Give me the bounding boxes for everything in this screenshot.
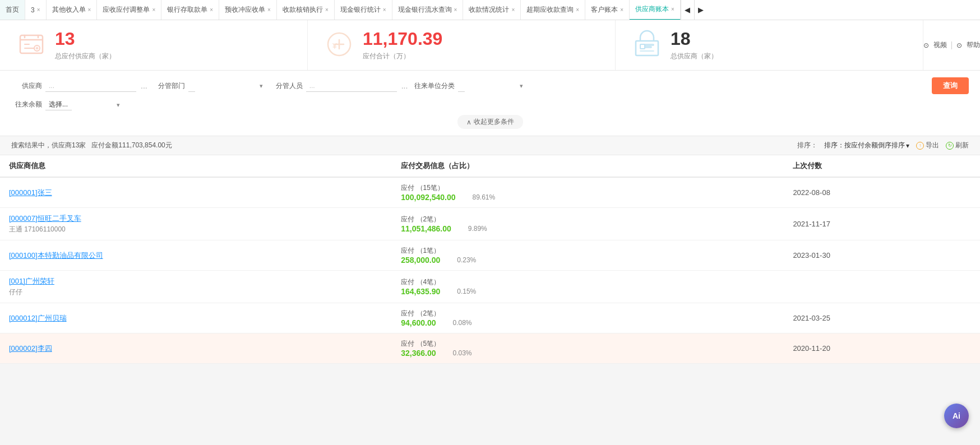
supplier-link-0[interactable]: [000001]张三 — [9, 188, 52, 197]
svg-rect-4 — [636, 41, 658, 55]
nav-close-other-income[interactable]: × — [88, 7, 91, 13]
transaction-cell-4: 应付 （2笔）94,600.000.08% — [392, 303, 784, 333]
nav-cash-bank-stat[interactable]: 现金银行统计 × — [335, 0, 392, 20]
amount-value-0: 100,092,540.00 — [401, 193, 455, 202]
balance-select[interactable]: 选择... — [45, 99, 72, 110]
supplier-link-3[interactable]: [001]广州荣轩 — [9, 277, 54, 285]
tx-label-4: 应付 （2笔） — [401, 309, 440, 317]
nav-overdue-ar[interactable]: 超期应收款查询 × — [521, 0, 585, 20]
transaction-cell-1: 应付 （2笔）11,051,486.009.89% — [392, 208, 784, 240]
nav-collection-stat[interactable]: 收款情况统计 × — [463, 0, 521, 20]
nav-right-arrow[interactable]: ▶ — [694, 0, 708, 20]
amount-value-4: 94,600.00 — [401, 318, 436, 327]
amount-row-4: 94,600.000.08% — [401, 318, 775, 327]
supplier-more-btn[interactable]: ... — [140, 81, 149, 90]
nav-prepayment[interactable]: 预收冲应收单 × — [219, 0, 277, 20]
sort-button[interactable]: 排序：按应付余额倒序排序 ▾ — [824, 141, 909, 150]
table-row: [000012]广州贝瑞应付 （2笔）94,600.000.08%2021-03… — [0, 303, 980, 333]
nav-close-customer-ledger[interactable]: × — [620, 7, 623, 13]
nav-collection-exec[interactable]: 收款核销执行 × — [277, 0, 335, 20]
last-date-cell-4: 2021-03-25 — [784, 303, 980, 333]
collapse-up-icon: ∧ — [466, 118, 471, 126]
payable-suppliers-icon — [17, 30, 46, 61]
amount-value-2: 258,000.00 — [401, 256, 440, 265]
person-input[interactable] — [306, 80, 397, 92]
tx-label-0: 应付 （15笔） — [401, 184, 444, 192]
unit-select[interactable] — [458, 80, 465, 92]
payable-total-label: 应付合计（万） — [363, 52, 442, 61]
filter-supplier-label: 供应商 — [11, 81, 42, 91]
dept-select[interactable] — [188, 80, 195, 92]
nav-other-income[interactable]: 其他收入单 × — [47, 0, 98, 20]
filter-balance-label: 往来余额 — [11, 100, 42, 109]
summary-card-total-suppliers: 18 总供应商（家） — [616, 20, 923, 70]
query-button[interactable]: 查询 — [932, 77, 969, 94]
nav-close-overdue-ar[interactable]: × — [576, 7, 579, 13]
nav-ar-ap-adjust[interactable]: 应收应付调整单 × — [97, 0, 161, 20]
tx-label-1: 应付 （2笔） — [401, 215, 440, 223]
supplier-input[interactable] — [45, 80, 136, 92]
refresh-btn[interactable]: ↻ 刷新 — [946, 141, 969, 150]
summary-info-suppliers: 18 总供应商（家） — [671, 29, 718, 61]
export-btn[interactable]: ↑ 导出 — [916, 141, 939, 150]
data-table-wrap: 供应商信息 应付交易信息（占比） 上次付数 [000001]张三应付 （15笔）… — [0, 155, 980, 364]
table-row: [000100]本特勤油品有限公司应付 （1笔）258,000.000.23%2… — [0, 240, 980, 271]
sort-label: 排序： — [797, 141, 817, 150]
supplier-cell-3: [001]广州荣轩仔仔 — [0, 271, 392, 303]
nav-close-bank-withdrawal[interactable]: × — [210, 7, 213, 13]
svg-text:¥: ¥ — [332, 41, 337, 50]
tx-label-3: 应付 （4笔） — [401, 278, 440, 286]
unit-select-wrap — [458, 80, 526, 92]
nav-tab-3[interactable]: 3 × — [25, 0, 47, 20]
nav-close-3[interactable]: × — [37, 7, 40, 13]
nav-close-cash-bank-stat[interactable]: × — [383, 7, 386, 13]
percent-value-1: 9.89% — [468, 225, 487, 233]
supplier-link-5[interactable]: [000002]李四 — [9, 344, 52, 353]
filter-person-label: 分管人员 — [272, 81, 303, 91]
amount-value-3: 164,635.90 — [401, 287, 440, 296]
last-date-cell-3 — [784, 271, 980, 303]
percent-value-2: 0.23% — [457, 256, 476, 264]
amount-row-5: 32,366.000.03% — [401, 349, 775, 358]
supplier-link-4[interactable]: [000012]广州贝瑞 — [9, 314, 67, 322]
nav-supplier-ledger[interactable]: 供应商账本 × — [630, 0, 681, 20]
supplier-cell-2: [000100]本特勤油品有限公司 — [0, 240, 392, 271]
result-prefix: 搜索结果中，供应商13家 — [11, 141, 86, 150]
col-header-transaction: 应付交易信息（占比） — [392, 155, 784, 177]
nav-close-prepayment[interactable]: × — [267, 7, 271, 13]
filter-unit-label: 往来单位分类 — [414, 81, 455, 91]
nav-customer-ledger[interactable]: 客户账本 × — [585, 0, 630, 20]
nav-close-ar-ap-adjust[interactable]: × — [152, 7, 155, 13]
supplier-link-1[interactable]: [000007]恒旺二手叉车 — [9, 214, 81, 222]
summary-card-payable-suppliers: 13 总应付供应商（家） — [0, 20, 308, 70]
nav-cash-flow-query[interactable]: 现金银行流水查询 × — [392, 0, 464, 20]
amount-row-2: 258,000.000.23% — [401, 256, 775, 265]
amount-row-1: 11,051,486.009.89% — [401, 224, 775, 233]
nav-close-collection-stat[interactable]: × — [511, 7, 515, 13]
amount-row-3: 164,635.900.15% — [401, 287, 775, 296]
collapse-btn[interactable]: ∧ 收起更多条件 — [457, 115, 523, 129]
supplier-cell-4: [000012]广州贝瑞 — [0, 303, 392, 333]
amount-row-0: 100,092,540.0089.61% — [401, 193, 775, 202]
supplier-link-2[interactable]: [000100]本特勤油品有限公司 — [9, 251, 103, 259]
nav-home[interactable]: 首页 — [0, 0, 25, 20]
nav-left-arrow[interactable]: ◀ — [681, 0, 694, 20]
amount-value-1: 11,051,486.00 — [401, 224, 451, 233]
nav-close-collection-exec[interactable]: × — [325, 7, 329, 13]
help-link[interactable]: 帮助 — [967, 40, 980, 50]
table-row: [000001]张三应付 （15笔）100,092,540.0089.61%20… — [0, 177, 980, 208]
person-more-btn[interactable]: ... — [400, 81, 409, 90]
col-header-last-payment: 上次付数 — [784, 155, 980, 177]
video-link[interactable]: 视频 — [933, 40, 947, 50]
transaction-cell-2: 应付 （1笔）258,000.000.23% — [392, 240, 784, 271]
filter-bar: 供应商 ... 分管部门 分管人员 ... 往来单位分类 查询 — [0, 71, 980, 136]
collapse-area: ∧ 收起更多条件 — [11, 115, 969, 129]
percent-value-3: 0.15% — [457, 288, 476, 295]
nav-close-supplier-ledger[interactable]: × — [671, 6, 674, 12]
last-date-cell-1: 2021-11-17 — [784, 208, 980, 240]
filter-unit-class: 往来单位分类 — [414, 80, 526, 92]
table-row: [000007]恒旺二手叉车王通 17106110000应付 （2笔）11,05… — [0, 208, 980, 240]
nav-close-cash-flow-query[interactable]: × — [454, 7, 457, 13]
supplier-cell-0: [000001]张三 — [0, 177, 392, 208]
nav-bank-withdrawal[interactable]: 银行存取款单 × — [161, 0, 219, 20]
